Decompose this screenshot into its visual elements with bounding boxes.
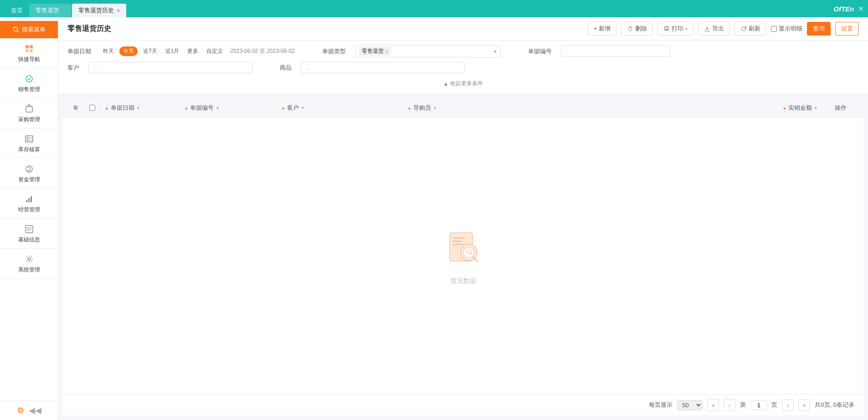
tab-retail-return[interactable]: 零售退货 × <box>29 4 71 17</box>
goods-input[interactable] <box>301 62 465 73</box>
sidebar-item-4-label: 资金管理 <box>18 176 40 184</box>
svg-rect-2 <box>26 45 29 48</box>
svg-rect-26 <box>452 244 463 245</box>
th-date[interactable]: ▲ 单据日期 ▼ <box>100 104 180 112</box>
delete-icon <box>627 26 633 32</box>
date-btn-today[interactable]: 今天 <box>119 46 138 56</box>
retail-return-history-close-icon[interactable]: × <box>117 8 119 13</box>
print-label: 打印 <box>672 25 683 33</box>
th-amount-label: 实销金额 <box>788 104 812 112</box>
table-header: ⚙ ▲ 单据日期 ▼ ▲ 单据编号 ▼ ▲ 客户 ▼ <box>63 99 863 117</box>
customer-label: 客户 <box>67 64 79 72</box>
purchase-mgmt-icon <box>24 104 34 114</box>
th-guide[interactable]: ▲ 导购员 ▼ <box>403 104 500 112</box>
new-button[interactable]: + 新增 <box>588 22 616 36</box>
prev-page-button[interactable]: ‹ <box>724 399 735 411</box>
svg-point-0 <box>13 27 17 31</box>
page-title: 零售退货历史 <box>67 24 588 34</box>
date-btn-custom[interactable]: 自定义 <box>204 46 226 56</box>
th-checkbox[interactable] <box>84 105 100 111</box>
operations-icon <box>24 194 34 204</box>
tab-home[interactable]: 首页 <box>5 4 29 17</box>
query-button[interactable]: 查询 <box>807 22 831 36</box>
sidebar-item-sales-mgmt[interactable]: 销售管理 <box>0 68 58 98</box>
sales-mgmt-icon <box>24 74 34 84</box>
next-page-button[interactable]: › <box>782 399 794 411</box>
svg-rect-13 <box>26 200 27 202</box>
sidebar-item-inventory[interactable]: 库存核算 <box>0 128 58 159</box>
th-amount[interactable]: ▲ 实销金额 ▼ <box>743 104 822 112</box>
svg-rect-14 <box>28 198 30 202</box>
select-all-checkbox[interactable] <box>89 105 95 111</box>
header-actions: + 新增 删除 打印 ▾ <box>588 22 859 36</box>
filter-area: 单据日期 昨天 今天 近7天 近1月 更多 自定义 2023-06-02 至 2… <box>58 41 868 94</box>
bill-type-dropdown-arrow: ▾ <box>494 48 497 55</box>
sidebar-search[interactable]: 搜索菜单 <box>0 21 58 38</box>
page-label: 第 <box>740 401 746 409</box>
last-page-button[interactable]: » <box>798 399 810 411</box>
volume-icon[interactable]: ◀◀ <box>29 405 41 415</box>
th-op-label: 操作 <box>835 104 847 112</box>
collapse-up-icon: ▲ <box>443 81 449 87</box>
sidebar-item-purchase-mgmt[interactable]: 采购管理 <box>0 98 58 128</box>
column-settings-icon[interactable]: ⚙ <box>73 104 78 111</box>
delete-button[interactable]: 删除 <box>621 22 653 36</box>
th-customer-sort-up-icon: ▲ <box>281 106 285 110</box>
date-btn-yesterday[interactable]: 昨天 <box>100 46 117 56</box>
bill-type-label: 单据类型 <box>322 47 346 56</box>
th-customer[interactable]: ▲ 客户 ▼ <box>277 104 403 112</box>
show-detail-label: 显示明细 <box>779 25 802 33</box>
show-detail-checkbox[interactable] <box>771 26 777 32</box>
th-guide-sort-up-icon: ▲ <box>407 106 411 110</box>
th-settings[interactable]: ⚙ <box>67 104 84 111</box>
customer-input[interactable] <box>88 62 252 73</box>
show-detail-checkbox-label[interactable]: 显示明细 <box>771 25 802 33</box>
date-range-text: 2023-06-02 至 2023-06-02 <box>230 47 294 55</box>
collapse-label: 收起更多条件 <box>450 80 483 87</box>
sidebar-item-system-mgmt[interactable]: 系统管理 <box>0 249 58 279</box>
export-button[interactable]: 导出 <box>698 22 730 36</box>
inventory-icon <box>24 134 34 144</box>
th-op: 操作 <box>822 104 859 112</box>
sidebar-item-finance[interactable]: 资金管理 <box>0 159 58 189</box>
retail-return-history-label: 零售退货历史 <box>78 6 114 15</box>
retail-return-close-icon[interactable]: × <box>62 8 65 13</box>
date-label: 单据日期 <box>67 47 91 56</box>
empty-area: 暂无数据 <box>63 117 863 394</box>
top-bar-right: OfTEn × <box>833 4 863 14</box>
sidebar-item-basic-info[interactable]: 基础信息 <box>0 219 58 249</box>
bill-type-tag-close-icon[interactable]: × <box>385 49 388 54</box>
bill-number-input[interactable] <box>561 46 670 57</box>
collapse-row: ▲ 收起更多条件 <box>67 78 859 89</box>
refresh-button[interactable]: 刷新 <box>734 22 766 36</box>
svg-rect-25 <box>452 241 462 242</box>
collapse-button[interactable]: ▲ 收起更多条件 <box>438 78 489 89</box>
sidebar: 搜索菜单 快捷导航 销售管理 <box>0 17 58 420</box>
svg-rect-22 <box>665 29 668 31</box>
per-page-select[interactable]: 50 100 <box>677 400 703 410</box>
date-btn-more[interactable]: 更多 <box>185 46 201 56</box>
settings-button[interactable]: 设置 <box>835 22 859 36</box>
sidebar-item-operations[interactable]: 经营管理 <box>0 189 58 219</box>
svg-rect-7 <box>26 107 32 112</box>
th-bill[interactable]: ▲ 单据编号 ▼ <box>180 104 277 112</box>
date-btn-7days[interactable]: 近7天 <box>140 46 160 56</box>
pagination: 每页显示 50 100 « ‹ 第 页 › » 共0页, 0条记录 <box>63 394 863 415</box>
tab-retail-return-history[interactable]: 零售退货历史 × <box>72 4 126 17</box>
window-close-button[interactable]: × <box>858 4 863 14</box>
sidebar-item-6-label: 基础信息 <box>18 236 40 244</box>
th-customer-label: 客户 <box>287 104 299 112</box>
date-btn-1month[interactable]: 近1月 <box>163 46 182 56</box>
sidebar-item-3-label: 库存核算 <box>18 146 40 154</box>
empty-illustration <box>441 226 486 271</box>
first-page-button[interactable]: « <box>707 399 719 411</box>
svg-rect-5 <box>30 49 33 52</box>
page-number-input[interactable] <box>750 400 767 410</box>
print-button[interactable]: 打印 ▾ <box>657 22 693 36</box>
page-header: 零售退货历史 + 新增 删除 打印 <box>58 17 868 41</box>
settings-gear-icon[interactable]: ⚙ <box>17 405 24 415</box>
bill-type-select[interactable]: 零售退货 × ▾ <box>355 45 501 57</box>
search-icon <box>13 26 19 33</box>
sidebar-item-quick-nav[interactable]: 快捷导航 <box>0 38 58 68</box>
th-amount-sort-up-icon: ▲ <box>782 106 786 110</box>
